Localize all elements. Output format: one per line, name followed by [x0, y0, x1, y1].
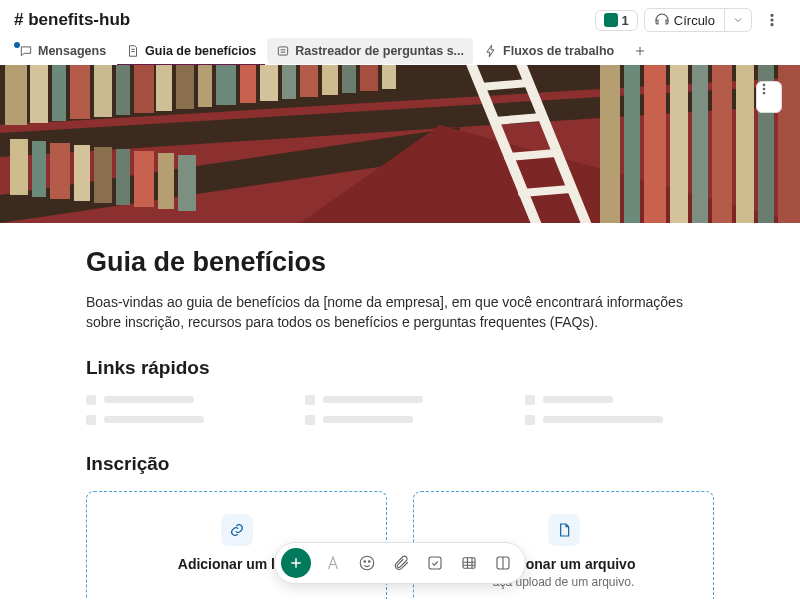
- hero-illustration: [0, 65, 800, 223]
- svg-rect-24: [322, 65, 338, 95]
- svg-rect-13: [94, 65, 112, 117]
- svg-rect-9: [5, 65, 27, 125]
- svg-rect-32: [692, 65, 708, 223]
- svg-rect-42: [116, 149, 130, 205]
- tab-messages[interactable]: Mensagens: [10, 38, 115, 64]
- plus-icon: [288, 555, 304, 571]
- tab-label: Mensagens: [38, 44, 106, 58]
- svg-rect-26: [360, 65, 378, 91]
- tab-label: Rastreador de perguntas s...: [295, 44, 464, 58]
- member-count: 1: [622, 13, 629, 28]
- placeholder-row: [525, 415, 714, 425]
- plus-icon: [633, 44, 647, 58]
- svg-rect-43: [134, 151, 154, 207]
- person-icon: [604, 13, 618, 27]
- huddle-menu-button[interactable]: [725, 8, 752, 32]
- table-button[interactable]: [457, 551, 481, 575]
- chevron-down-icon: [732, 14, 744, 26]
- channel-tabs: Mensagens Guia de benefícios Rastreador …: [0, 38, 800, 65]
- checklist-button[interactable]: [423, 551, 447, 575]
- svg-point-0: [771, 14, 773, 16]
- svg-point-53: [763, 88, 765, 90]
- svg-line-48: [480, 83, 528, 87]
- columns-icon: [494, 554, 512, 572]
- layout-button[interactable]: [491, 551, 515, 575]
- svg-rect-38: [32, 141, 46, 197]
- page-title: Guia de benefícios: [86, 247, 714, 278]
- svg-rect-29: [624, 65, 640, 223]
- svg-rect-11: [52, 65, 66, 121]
- placeholder-row: [86, 415, 275, 425]
- file-icon: [556, 522, 572, 538]
- file-icon-wrap: [548, 514, 580, 546]
- page-intro: Boas-vindas ao guia de benefícios da [no…: [86, 292, 714, 333]
- svg-point-56: [364, 561, 366, 563]
- bolt-icon: [484, 44, 498, 58]
- member-count-button[interactable]: 1: [595, 10, 638, 31]
- format-text-button[interactable]: [321, 551, 345, 575]
- svg-rect-59: [463, 558, 475, 569]
- table-icon: [460, 554, 478, 572]
- insert-button[interactable]: [281, 548, 311, 578]
- tab-label: Guia de benefícios: [145, 44, 256, 58]
- svg-rect-12: [70, 65, 90, 119]
- enrollment-heading: Inscrição: [86, 453, 714, 475]
- checkbox-icon: [426, 554, 444, 572]
- svg-rect-34: [736, 65, 754, 223]
- svg-rect-14: [116, 65, 130, 115]
- svg-rect-41: [94, 147, 112, 203]
- svg-point-54: [763, 92, 765, 94]
- canvas-toolbar: [274, 542, 526, 584]
- header-actions: 1 Círculo: [595, 8, 786, 32]
- channel-name[interactable]: # benefits-hub: [14, 10, 130, 30]
- svg-line-49: [494, 117, 542, 121]
- more-vertical-icon: [764, 12, 780, 28]
- svg-rect-39: [50, 143, 70, 199]
- emoji-icon: [358, 554, 376, 572]
- tab-question-tracker[interactable]: Rastreador de perguntas s...: [267, 38, 473, 64]
- svg-rect-21: [260, 65, 278, 101]
- svg-rect-23: [300, 65, 318, 97]
- svg-point-2: [771, 24, 773, 26]
- svg-point-52: [763, 84, 765, 86]
- headphones-icon: [654, 12, 670, 28]
- hero-banner: [0, 65, 800, 223]
- svg-rect-15: [134, 65, 154, 113]
- svg-rect-28: [600, 65, 620, 223]
- svg-rect-44: [158, 153, 174, 209]
- quick-links-grid: [86, 395, 714, 425]
- svg-rect-45: [178, 155, 196, 211]
- huddle-button[interactable]: Círculo: [644, 8, 725, 32]
- svg-rect-37: [10, 139, 28, 195]
- more-vertical-icon: [757, 82, 771, 96]
- quick-links-heading: Links rápidos: [86, 357, 714, 379]
- link-icon-wrap: [221, 514, 253, 546]
- attach-button[interactable]: [389, 551, 413, 575]
- huddle-label: Círculo: [674, 13, 715, 28]
- svg-rect-40: [74, 145, 90, 201]
- svg-rect-33: [712, 65, 732, 223]
- placeholder-row: [305, 415, 494, 425]
- svg-rect-10: [30, 65, 48, 123]
- svg-rect-58: [429, 557, 441, 569]
- channel-settings-button[interactable]: [758, 8, 786, 32]
- canvas-menu-button[interactable]: [756, 81, 782, 113]
- emoji-button[interactable]: [355, 551, 379, 575]
- list-icon: [276, 44, 290, 58]
- add-tab-button[interactable]: [625, 38, 655, 64]
- svg-line-51: [522, 189, 570, 193]
- svg-rect-20: [240, 65, 256, 103]
- svg-rect-17: [176, 65, 194, 109]
- tab-label: Fluxos de trabalho: [503, 44, 614, 58]
- tab-benefits-guide[interactable]: Guia de benefícios: [117, 38, 265, 64]
- unread-dot-icon: [14, 42, 20, 48]
- svg-point-55: [360, 556, 374, 570]
- svg-rect-22: [282, 65, 296, 99]
- chat-icon: [19, 44, 33, 58]
- svg-rect-27: [382, 65, 396, 89]
- svg-rect-31: [670, 65, 688, 223]
- svg-point-57: [369, 561, 371, 563]
- svg-rect-16: [156, 65, 172, 111]
- text-format-icon: [324, 554, 342, 572]
- tab-workflows[interactable]: Fluxos de trabalho: [475, 38, 623, 64]
